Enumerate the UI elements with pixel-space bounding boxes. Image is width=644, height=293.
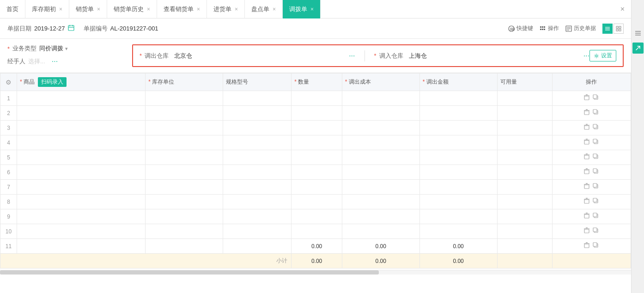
- cost-cell-7[interactable]: [342, 180, 419, 195]
- close-all-tabs[interactable]: ×: [614, 5, 631, 13]
- spec-cell-4[interactable]: [223, 135, 291, 150]
- amount-cell-2[interactable]: [419, 106, 497, 121]
- qty-cell-10[interactable]: [292, 224, 342, 239]
- cost-cell-11[interactable]: 0.00: [342, 239, 419, 254]
- available-cell-6[interactable]: [497, 165, 552, 180]
- delete-icon-9[interactable]: [583, 213, 590, 220]
- cost-cell-4[interactable]: [342, 135, 419, 150]
- action-btn[interactable]: 操作: [540, 24, 559, 32]
- tab-view-sales[interactable]: 查看销货单 ×: [157, 0, 207, 18]
- sidebar-list-icon[interactable]: [632, 28, 644, 39]
- copy-icon-10[interactable]: [593, 227, 599, 235]
- amount-cell-8[interactable]: [419, 195, 497, 209]
- cost-cell-3[interactable]: [342, 121, 419, 135]
- history-btn[interactable]: 历史单据: [565, 24, 596, 32]
- business-type-dropdown[interactable]: 同价调拨 ▾: [39, 44, 68, 53]
- qty-cell-5[interactable]: [292, 150, 342, 165]
- date-value[interactable]: 2019-12-27: [34, 25, 65, 32]
- cost-cell-6[interactable]: [342, 165, 419, 180]
- amount-cell-4[interactable]: [419, 135, 497, 150]
- calendar-icon[interactable]: [68, 24, 74, 32]
- amount-cell-6[interactable]: [419, 165, 497, 180]
- goods-cell-1[interactable]: [17, 91, 146, 106]
- spec-cell-2[interactable]: [223, 106, 291, 121]
- close-sales-order[interactable]: ×: [97, 6, 100, 12]
- close-stock-init[interactable]: ×: [59, 6, 62, 12]
- handler-select[interactable]: 选择...: [28, 57, 45, 66]
- goods-cell-8[interactable]: [17, 195, 146, 209]
- delete-icon-3[interactable]: [583, 124, 590, 132]
- unit-cell-10[interactable]: [146, 224, 223, 239]
- amount-cell-7[interactable]: [419, 180, 497, 195]
- close-transfer[interactable]: ×: [310, 6, 314, 12]
- available-cell-8[interactable]: [497, 195, 552, 209]
- available-cell-1[interactable]: [497, 91, 552, 106]
- goods-cell-2[interactable]: [17, 106, 146, 121]
- horizontal-scrollbar[interactable]: [0, 270, 631, 275]
- copy-icon-8[interactable]: [593, 198, 599, 206]
- goods-cell-4[interactable]: [17, 135, 146, 150]
- in-warehouse-more-btn[interactable]: ···: [583, 52, 589, 60]
- available-cell-3[interactable]: [497, 121, 552, 135]
- copy-icon-11[interactable]: [593, 242, 599, 250]
- gear-column-header[interactable]: ⚙: [0, 73, 17, 91]
- copy-icon-7[interactable]: [593, 183, 599, 191]
- unit-cell-2[interactable]: [146, 106, 223, 121]
- setting-button[interactable]: 设置: [589, 50, 616, 61]
- goods-cell-5[interactable]: [17, 150, 146, 165]
- list-view-btn[interactable]: [602, 24, 613, 34]
- available-cell-5[interactable]: [497, 150, 552, 165]
- amount-cell-5[interactable]: [419, 150, 497, 165]
- qty-cell-1[interactable]: [292, 91, 342, 106]
- cost-cell-2[interactable]: [342, 106, 419, 121]
- tab-home[interactable]: 首页: [0, 0, 25, 18]
- qty-cell-6[interactable]: [292, 165, 342, 180]
- cost-cell-1[interactable]: [342, 91, 419, 106]
- scroll-thumb[interactable]: [0, 270, 379, 275]
- delete-icon-5[interactable]: [583, 153, 590, 161]
- close-inventory[interactable]: ×: [273, 6, 276, 12]
- available-cell-9[interactable]: [497, 209, 552, 224]
- goods-cell-10[interactable]: [17, 224, 146, 239]
- in-warehouse-value[interactable]: 上海仓: [409, 52, 427, 60]
- amount-cell-1[interactable]: [419, 91, 497, 106]
- goods-cell-7[interactable]: [17, 180, 146, 195]
- tab-transfer[interactable]: 调拨单 ×: [283, 0, 321, 18]
- cost-cell-5[interactable]: [342, 150, 419, 165]
- delete-icon-2[interactable]: [583, 109, 590, 117]
- spec-cell-1[interactable]: [223, 91, 291, 106]
- qty-cell-8[interactable]: [292, 195, 342, 209]
- qty-cell-11[interactable]: 0.00: [292, 239, 342, 254]
- sidebar-external-icon[interactable]: [632, 43, 644, 54]
- delete-icon-7[interactable]: [583, 183, 590, 191]
- amount-cell-11[interactable]: 0.00: [419, 239, 497, 254]
- cost-cell-10[interactable]: [342, 224, 419, 239]
- unit-cell-4[interactable]: [146, 135, 223, 150]
- gear-icon[interactable]: ⚙: [6, 79, 12, 86]
- available-cell-10[interactable]: [497, 224, 552, 239]
- delete-icon-6[interactable]: [583, 168, 590, 176]
- spec-cell-8[interactable]: [223, 195, 291, 209]
- unit-cell-8[interactable]: [146, 195, 223, 209]
- qty-cell-2[interactable]: [292, 106, 342, 121]
- copy-icon-2[interactable]: [593, 109, 599, 117]
- copy-icon-9[interactable]: [593, 213, 599, 220]
- scan-button[interactable]: 扫码录入: [38, 77, 67, 87]
- goods-cell-9[interactable]: [17, 209, 146, 224]
- close-view-sales[interactable]: ×: [197, 6, 200, 12]
- copy-icon-1[interactable]: [593, 94, 599, 102]
- grid-view-btn[interactable]: [614, 24, 624, 34]
- copy-icon-3[interactable]: [593, 124, 599, 132]
- available-cell-2[interactable]: [497, 106, 552, 121]
- docno-value[interactable]: AL-20191227-001: [110, 25, 158, 32]
- delete-icon-11[interactable]: [583, 242, 590, 250]
- goods-cell-11[interactable]: [17, 239, 146, 254]
- available-cell-11[interactable]: [497, 239, 552, 254]
- tab-purchase[interactable]: 进货单 ×: [207, 0, 245, 18]
- spec-cell-9[interactable]: [223, 209, 291, 224]
- out-warehouse-more-btn[interactable]: ···: [349, 52, 355, 60]
- delete-icon-4[interactable]: [583, 139, 590, 146]
- qty-cell-9[interactable]: [292, 209, 342, 224]
- shortcut-btn[interactable]: ⌨ 快捷键: [508, 24, 533, 32]
- available-cell-4[interactable]: [497, 135, 552, 150]
